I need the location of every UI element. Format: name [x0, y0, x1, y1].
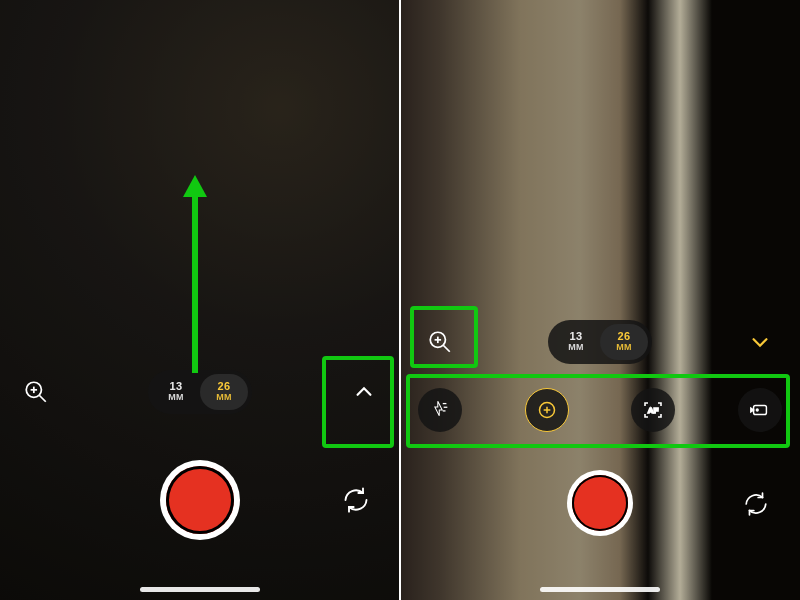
home-indicator[interactable]	[140, 587, 260, 592]
focal-length-selector[interactable]: 13 MM 26 MM	[548, 320, 652, 364]
focal-value: 26	[618, 331, 631, 342]
focal-unit: MM	[616, 342, 632, 353]
focal-value: 13	[170, 381, 183, 392]
svg-line-7	[443, 345, 450, 352]
svg-line-1	[39, 395, 46, 402]
focal-unit: MM	[568, 342, 584, 353]
home-indicator[interactable]	[540, 587, 660, 592]
focal-26mm[interactable]: 26 MM	[600, 324, 648, 360]
exposure-button[interactable]	[525, 388, 569, 432]
focal-13mm[interactable]: 13 MM	[552, 324, 600, 360]
pane-divider	[399, 0, 401, 600]
expand-options-button[interactable]	[342, 370, 386, 414]
camera-screen-expanded: 13 MM 26 MM	[400, 0, 800, 600]
svg-point-18	[756, 409, 758, 411]
focal-unit: MM	[168, 392, 184, 403]
zoom-magnifier-button[interactable]	[418, 320, 462, 364]
focal-26mm[interactable]: 26 MM	[200, 374, 248, 410]
focal-value: 26	[218, 381, 231, 392]
zoom-magnifier-button[interactable]	[14, 370, 58, 414]
svg-text:AF: AF	[648, 406, 659, 415]
svg-rect-17	[754, 405, 767, 414]
record-shutter-button[interactable]	[567, 470, 633, 536]
flash-button[interactable]	[418, 388, 462, 432]
flip-camera-button[interactable]	[734, 482, 778, 526]
focal-value: 13	[570, 331, 583, 342]
focal-unit: MM	[216, 392, 232, 403]
collapse-options-button[interactable]	[738, 320, 782, 364]
focal-length-selector[interactable]: 13 MM 26 MM	[148, 370, 252, 414]
flip-camera-button[interactable]	[334, 478, 378, 522]
camera-screen-collapsed: 13 MM 26 MM	[0, 0, 400, 600]
record-shutter-button[interactable]	[160, 460, 240, 540]
focal-13mm[interactable]: 13 MM	[152, 374, 200, 410]
autofocus-button[interactable]: AF	[631, 388, 675, 432]
action-mode-button[interactable]	[738, 388, 782, 432]
